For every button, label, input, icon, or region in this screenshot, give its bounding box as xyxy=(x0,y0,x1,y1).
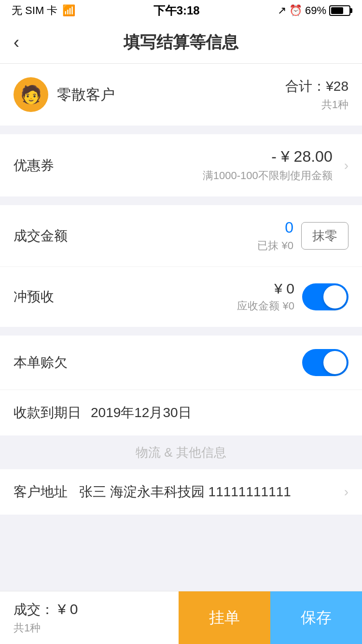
customer-right: 合计：¥28 共1种 xyxy=(285,77,348,112)
customer-name: 零散客户 xyxy=(57,85,115,105)
bottom-deal-label: 成交： xyxy=(14,602,54,617)
carrier-label: 无 SIM 卡 xyxy=(12,3,57,18)
due-date-row: 收款到期日 2019年12月30日 xyxy=(0,390,362,435)
location-icon: ↗ xyxy=(278,4,286,17)
section-gap-1 xyxy=(0,126,362,134)
debt-toggle-knob xyxy=(323,351,347,374)
section-gap-2 xyxy=(0,196,362,205)
toggle-knob xyxy=(323,285,347,308)
customer-total: 合计：¥28 xyxy=(285,77,348,96)
status-right: ↗ ⏰ 69% xyxy=(278,4,350,17)
coupon-row[interactable]: 优惠券 - ¥ 28.00 满1000-100不限制使用金额 › xyxy=(0,134,362,196)
alarm-icon: ⏰ xyxy=(289,4,302,17)
advance-desc: 应收金额 ¥0 xyxy=(237,299,294,313)
transaction-value: 0 xyxy=(257,219,293,237)
bottom-deal-amount: ¥ 0 xyxy=(58,601,78,617)
transaction-row: 成交金额 0 已抹 ¥0 抹零 xyxy=(0,205,362,267)
transaction-sub: 已抹 ¥0 xyxy=(257,238,293,253)
customer-left: 🧑 零散客户 xyxy=(14,77,115,112)
coupon-details: - ¥ 28.00 满1000-100不限制使用金额 xyxy=(203,148,333,183)
save-button[interactable]: 保存 xyxy=(270,591,362,644)
bottom-deal-line: 成交： ¥ 0 xyxy=(14,601,165,619)
coupon-label: 优惠券 xyxy=(14,156,54,175)
advance-label: 冲预收 xyxy=(14,288,54,306)
wifi-icon: 📶 xyxy=(62,4,75,17)
coupon-right: - ¥ 28.00 满1000-100不限制使用金额 › xyxy=(203,148,348,183)
advance-row: 冲预收 ¥ 0 应收金额 ¥0 xyxy=(0,267,362,327)
chevron-right-icon: › xyxy=(344,158,348,173)
battery-percent: 69% xyxy=(305,4,326,17)
round-off-button[interactable]: 抹零 xyxy=(301,222,348,250)
coupon-desc: 满1000-100不限制使用金额 xyxy=(203,168,333,183)
nav-bar: ‹ 填写结算等信息 xyxy=(0,21,362,64)
advance-details: ¥ 0 应收金额 ¥0 xyxy=(237,280,294,313)
section-gap-3 xyxy=(0,327,362,336)
status-bar: 无 SIM 卡 📶 下午3:18 ↗ ⏰ 69% xyxy=(0,0,362,21)
back-button[interactable]: ‹ xyxy=(14,32,19,53)
avatar-icon: 🧑 xyxy=(20,84,42,105)
due-date-value: 2019年12月30日 xyxy=(91,404,192,422)
bottom-bar: 成交： ¥ 0 共1种 挂单 保存 xyxy=(0,591,362,644)
customer-row: 🧑 零散客户 合计：¥28 共1种 xyxy=(0,64,362,126)
battery-icon xyxy=(329,5,350,16)
address-label: 客户地址 xyxy=(14,483,68,501)
coupon-amount: - ¥ 28.00 xyxy=(203,148,333,166)
debt-section: 本单赊欠 收款到期日 2019年12月30日 xyxy=(0,336,362,435)
customer-avatar: 🧑 xyxy=(14,77,48,112)
transaction-label: 成交金额 xyxy=(14,227,68,245)
address-chevron-icon: › xyxy=(344,484,348,500)
nav-title: 填写结算等信息 xyxy=(124,31,238,54)
debt-toggle[interactable] xyxy=(302,349,348,376)
hold-button[interactable]: 挂单 xyxy=(179,591,270,644)
address-value: 张三 海淀永丰科技园 11111111111 xyxy=(79,483,329,501)
status-time: 下午3:18 xyxy=(153,3,200,18)
transaction-right: 0 已抹 ¥0 抹零 xyxy=(257,219,348,253)
content-area: 🧑 零散客户 合计：¥28 共1种 优惠券 - ¥ 28.00 满1000-10… xyxy=(0,64,362,568)
advance-right: ¥ 0 应收金额 ¥0 xyxy=(237,280,348,313)
debt-label: 本单赊欠 xyxy=(14,353,68,372)
advance-amount: ¥ 0 xyxy=(274,280,294,297)
customer-count: 共1种 xyxy=(285,98,348,112)
debt-row: 本单赊欠 xyxy=(0,336,362,390)
transaction-details: 0 已抹 ¥0 xyxy=(257,219,293,253)
battery-fill xyxy=(331,7,343,14)
advance-toggle[interactable] xyxy=(302,283,348,310)
logistics-label: 物流 & 其他信息 xyxy=(136,444,226,461)
logistics-divider: 物流 & 其他信息 xyxy=(0,435,362,469)
address-row[interactable]: 客户地址 张三 海淀永丰科技园 11111111111 › xyxy=(0,469,362,515)
bottom-info: 成交： ¥ 0 共1种 xyxy=(0,601,179,635)
status-left: 无 SIM 卡 📶 xyxy=(12,3,75,18)
payment-section: 成交金额 0 已抹 ¥0 抹零 冲预收 ¥ 0 应收金额 ¥0 xyxy=(0,205,362,327)
due-date-label: 收款到期日 xyxy=(14,404,81,422)
bottom-count: 共1种 xyxy=(14,621,165,635)
coupon-section: 优惠券 - ¥ 28.00 满1000-100不限制使用金额 › xyxy=(0,134,362,196)
